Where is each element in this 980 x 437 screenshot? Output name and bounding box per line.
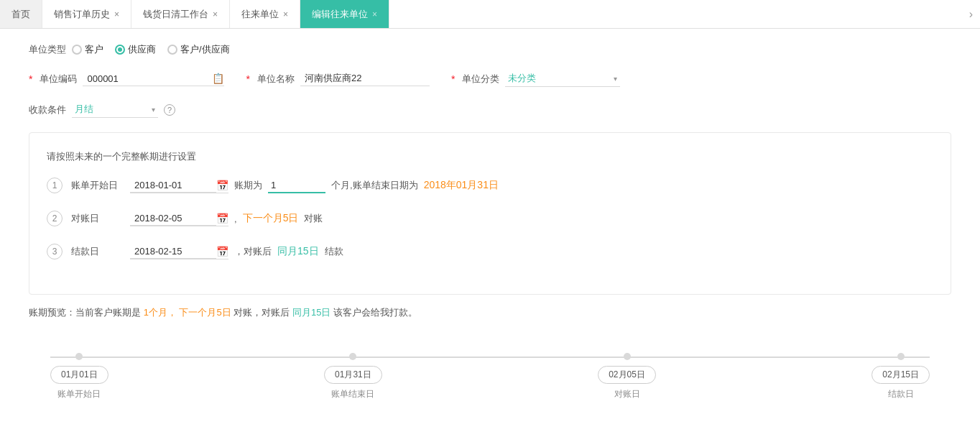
tab-edit-partner-label: 编辑往来单位 bbox=[312, 8, 368, 21]
payment-chevron: ▾ bbox=[152, 106, 155, 114]
step-2-label: 对账日 bbox=[71, 212, 121, 225]
unit-category-field: * 单位分类 未分类 ▾ bbox=[451, 70, 620, 87]
timeline-node-4: 02月15日 结款日 bbox=[872, 336, 930, 400]
preview-reconcile: 下一个月5日 bbox=[179, 307, 231, 318]
tab-bar: 首页 销售订单历史 × 钱货日清工作台 × 往来单位 × 编辑往来单位 × › bbox=[0, 0, 980, 29]
step-2-content: 📅 , 下一个月5日 对账 bbox=[130, 211, 323, 226]
payment-select[interactable]: 月结 ▾ bbox=[72, 101, 158, 118]
step-3-date-input[interactable] bbox=[130, 244, 216, 259]
payment-field: 收款条件 月结 ▾ ? bbox=[29, 101, 175, 118]
step-2-date-input[interactable] bbox=[130, 211, 216, 226]
timeline-label-1: 账单开始日 bbox=[57, 388, 101, 400]
unit-cat-value: 未分类 bbox=[508, 72, 611, 85]
tab-edit-partner-close[interactable]: × bbox=[372, 9, 377, 19]
payment-label: 收款条件 bbox=[29, 104, 66, 116]
step-1-highlight-date: 2018年01月31日 bbox=[424, 179, 499, 192]
timeline-node-2: 01月31日 账单结束日 bbox=[324, 336, 382, 400]
tab-sales-history[interactable]: 销售订单历史 × bbox=[42, 0, 131, 28]
timeline-dot-3 bbox=[624, 353, 631, 360]
radio-customer-circle bbox=[72, 45, 82, 55]
timeline-label-3: 对账日 bbox=[614, 388, 640, 400]
step-2-row: 2 对账日 📅 , 下一个月5日 对账 bbox=[47, 211, 933, 226]
help-icon[interactable]: ? bbox=[164, 104, 175, 116]
tab-cash-close[interactable]: × bbox=[213, 9, 218, 19]
preview-mid: 对账，对账后 bbox=[234, 307, 290, 318]
step-3-row: 3 结款日 📅 ，对账后 同月15日 结款 bbox=[47, 244, 933, 259]
tab-home[interactable]: 首页 bbox=[0, 0, 42, 28]
timeline-label-2: 账单结束日 bbox=[331, 388, 374, 400]
tab-sales-close[interactable]: × bbox=[114, 9, 119, 19]
preview-pay: 同月15日 bbox=[292, 307, 330, 318]
timeline-badge-4: 02月15日 bbox=[872, 366, 930, 384]
step-2-cal-icon[interactable]: 📅 bbox=[216, 213, 228, 224]
tab-edit-partner[interactable]: 编辑往来单位 × bbox=[300, 0, 389, 28]
tab-partner-label: 往来单位 bbox=[241, 8, 279, 21]
timeline-dot-4 bbox=[897, 353, 905, 360]
step-1-date-wrapper: 📅 bbox=[130, 178, 228, 193]
unit-type-label: 单位类型 bbox=[29, 43, 66, 56]
step-2-desc-suffix: 对账 bbox=[304, 212, 323, 225]
unit-cat-star: * bbox=[451, 73, 455, 85]
timeline-node-1: 01月01日 账单开始日 bbox=[50, 336, 108, 400]
radio-both-label: 客户/供应商 bbox=[180, 43, 230, 56]
step-2-desc-prefix: , bbox=[234, 213, 237, 224]
timeline-dot-1 bbox=[75, 353, 83, 360]
unit-code-label: 单位编码 bbox=[40, 73, 77, 86]
tab-cash-label: 钱货日清工作台 bbox=[143, 8, 208, 21]
step-3-cal-icon[interactable]: 📅 bbox=[216, 246, 228, 257]
tab-cash-work[interactable]: 钱货日清工作台 × bbox=[131, 0, 230, 28]
step-2-date-wrapper: 📅 bbox=[130, 211, 228, 226]
payment-row: 收款条件 月结 ▾ ? bbox=[29, 101, 951, 118]
unit-type-field: 单位类型 客户 供应商 客户/供应商 bbox=[29, 43, 230, 56]
timeline-badge-2: 01月31日 bbox=[324, 366, 382, 384]
panel-box: 请按照未来的一个完整帐期进行设置 1 账单开始日 📅 账期为 个月,账单结束日期… bbox=[29, 132, 951, 295]
step-2-highlight: 下一个月5日 bbox=[243, 212, 299, 225]
preview-period: 1个月， bbox=[144, 307, 177, 318]
timeline-badge-3: 02月05日 bbox=[598, 366, 656, 384]
radio-supplier[interactable]: 供应商 bbox=[115, 43, 156, 56]
unit-name-field: * 单位名称 bbox=[246, 72, 429, 86]
preview-label: 账期预览：当前客户账期是 bbox=[29, 307, 141, 318]
tab-bar-end-arrow[interactable]: › bbox=[962, 8, 980, 21]
unit-code-input[interactable] bbox=[83, 72, 212, 86]
timeline-dot-2 bbox=[349, 353, 356, 360]
step-1-period-input[interactable] bbox=[268, 178, 325, 193]
unit-code-star: * bbox=[29, 73, 32, 85]
main-content: 单位类型 客户 供应商 客户/供应商 * 单位编码 bbox=[0, 29, 980, 437]
radio-both[interactable]: 客户/供应商 bbox=[167, 43, 230, 56]
unit-code-icon[interactable]: 📋 bbox=[212, 73, 224, 84]
step-3-desc-suffix: 结款 bbox=[325, 245, 343, 258]
tab-partner-close[interactable]: × bbox=[283, 9, 288, 19]
step-1-desc-suffix: 个月,账单结束日期为 bbox=[331, 179, 418, 192]
unit-name-star: * bbox=[246, 73, 249, 85]
timeline-wrapper: 01月01日 账单开始日 01月31日 账单结束日 02月05日 对账日 bbox=[29, 336, 951, 400]
tab-partner[interactable]: 往来单位 × bbox=[230, 0, 300, 28]
step-3-date-wrapper: 📅 bbox=[130, 244, 228, 259]
radio-both-circle bbox=[167, 45, 177, 55]
step-3-num: 3 bbox=[47, 244, 63, 259]
step-3-highlight: 同月15日 bbox=[277, 245, 319, 258]
step-3-label: 结款日 bbox=[71, 245, 121, 258]
preview-end: 该客户会给我打款。 bbox=[333, 307, 417, 318]
step-1-cal-icon[interactable]: 📅 bbox=[216, 180, 228, 191]
radio-supplier-circle bbox=[115, 45, 125, 55]
radio-supplier-label: 供应商 bbox=[128, 43, 156, 56]
step-1-desc-prefix: 账期为 bbox=[234, 179, 262, 192]
timeline-node-3: 02月05日 对账日 bbox=[598, 336, 656, 400]
unit-category-select[interactable]: 未分类 ▾ bbox=[505, 70, 620, 87]
step-1-row: 1 账单开始日 📅 账期为 个月,账单结束日期为 2018年01月31日 bbox=[47, 178, 933, 193]
radio-customer-label: 客户 bbox=[85, 43, 103, 56]
unit-cat-label: 单位分类 bbox=[462, 73, 499, 86]
step-1-date-input[interactable] bbox=[130, 178, 216, 193]
unit-info-row: * 单位编码 📋 * 单位名称 * 单位分类 未分类 ▾ bbox=[29, 70, 951, 87]
preview-text: 账期预览：当前客户账期是 1个月， 下一个月5日 对账，对账后 同月15日 该客… bbox=[29, 306, 951, 319]
unit-name-input[interactable] bbox=[300, 72, 430, 86]
unit-name-label: 单位名称 bbox=[257, 73, 295, 86]
step-3-content: 📅 ，对账后 同月15日 结款 bbox=[130, 244, 343, 259]
timeline: 01月01日 账单开始日 01月31日 账单结束日 02月05日 对账日 bbox=[50, 336, 930, 400]
payment-value: 月结 bbox=[75, 103, 149, 116]
step-3-desc-prefix: ，对账后 bbox=[234, 245, 272, 258]
step-1-num: 1 bbox=[47, 178, 63, 193]
radio-customer[interactable]: 客户 bbox=[72, 43, 103, 56]
radio-group: 客户 供应商 客户/供应商 bbox=[72, 43, 230, 56]
